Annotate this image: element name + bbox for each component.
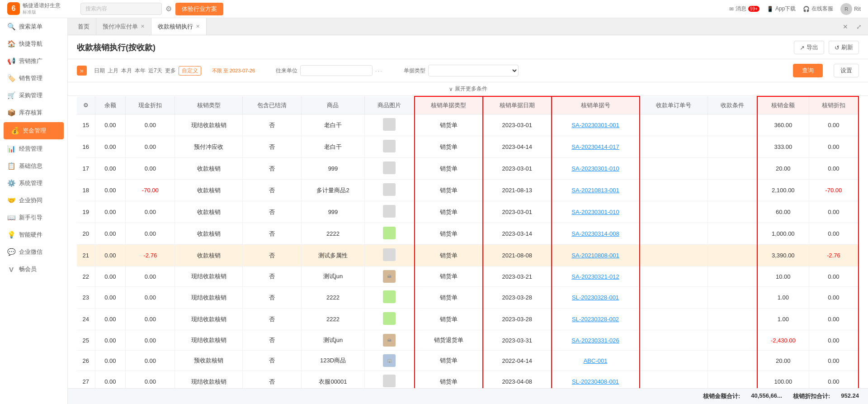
cell-bill-no[interactable]: SA-20230301-001 <box>552 114 640 136</box>
sidebar-item-wechat[interactable]: 💬 企业微信 <box>0 243 67 261</box>
sidebar-item-system[interactable]: ⚙️ 系统管理 <box>0 175 67 192</box>
filter-toggle-btn[interactable]: » <box>77 66 87 76</box>
tab-maximize-btn[interactable]: ⤢ <box>854 21 864 32</box>
cell-bill-no[interactable]: SL-20230328-001 <box>552 287 640 309</box>
cell-bill-no[interactable]: SA-20230321-012 <box>552 266 640 287</box>
cart-icon: 🛒 <box>7 91 15 100</box>
cell-cash-discount: -2.76 <box>126 245 175 266</box>
export-btn[interactable]: ↗ 导出 <box>794 41 824 54</box>
sidebar-item-inventory[interactable]: 📦 库存核算 <box>0 104 67 121</box>
last-month-link[interactable]: 上月 <box>108 67 118 75</box>
online-service-group[interactable]: 🎧 在线客服 <box>803 5 833 13</box>
last-7days-link[interactable]: 近7天 <box>148 67 162 75</box>
industry-btn[interactable]: 体验行业方案 <box>175 3 223 15</box>
cell-bill-no[interactable]: SA-20230301-010 <box>552 201 640 223</box>
sidebar-item-marketing[interactable]: 📢 营销推广 <box>0 52 67 70</box>
sidebar-item-basic[interactable]: 📋 基础信息 <box>0 157 67 175</box>
expand-bar: ∨ 展开更多条件 <box>68 82 868 96</box>
refresh-btn[interactable]: ↺ 刷新 <box>829 41 859 54</box>
tab-home[interactable]: 首页 <box>71 18 96 35</box>
online-service-label: 在线客服 <box>811 5 833 13</box>
cell-bill-no[interactable]: SA-20230331-026 <box>552 330 640 351</box>
cell-include-cleared: 否 <box>243 351 301 371</box>
sidebar-item-vip[interactable]: V 畅会员 <box>0 261 67 278</box>
cell-receipt-condition <box>708 330 757 351</box>
this-month-link[interactable]: 本月 <box>121 67 132 75</box>
export-icon: ↗ <box>800 44 805 51</box>
cell-cancel-type: 现结收款核销 <box>175 287 243 309</box>
user-group: R Rit <box>840 3 861 15</box>
sidebar: 🔍 搜索菜单 🏠 快捷导航 📢 营销推广 🏷️ 销售管理 🛒 采购管理 📦 库存… <box>0 18 68 404</box>
sidebar-item-quick-nav[interactable]: 🏠 快捷导航 <box>0 35 67 52</box>
cell-receipt-condition <box>708 266 757 287</box>
cell-receipt-condition <box>708 287 757 309</box>
col-settings[interactable]: ⚙ <box>77 96 95 114</box>
vip-icon: V <box>7 266 15 273</box>
col-balance: 余额 <box>95 96 126 114</box>
cell-receipt-condition <box>708 158 757 180</box>
cell-cancel-discount: -70.00 <box>809 180 859 201</box>
cell-balance: 0.00 <box>95 330 126 351</box>
tab-prepay[interactable]: 预付冲应付单 ✕ <box>96 18 151 35</box>
this-year-link[interactable]: 本年 <box>135 67 146 75</box>
table-row: 20 0.00 0.00 收款核销 否 2222 销货单 2023-03-14 … <box>77 223 859 245</box>
cell-product-image: 🏔 <box>365 266 415 287</box>
settings-icon[interactable]: ⚙ <box>165 5 172 13</box>
box-icon: 📦 <box>7 109 15 117</box>
cell-bill-type: 销货单 <box>415 287 483 309</box>
table-row: 27 0.00 0.00 现结收款核销 否 衣服00001 销货单 2023-0… <box>77 371 859 389</box>
cell-cancel-type: 收款核销 <box>175 223 243 245</box>
col-bill-type: 核销单据类型 <box>415 96 483 114</box>
partner-input[interactable] <box>300 65 373 76</box>
cell-bill-no[interactable]: SA-20210808-001 <box>552 245 640 266</box>
cell-receipt-order-no <box>640 223 708 245</box>
custom-date-btn[interactable]: 自定义 <box>179 66 201 76</box>
sidebar-item-corp[interactable]: 🤝 企业协同 <box>0 192 67 209</box>
sidebar-item-finance[interactable]: 💰 资金管理 <box>4 122 64 139</box>
tag-icon: 🏷️ <box>7 74 15 82</box>
sidebar-item-search[interactable]: 🔍 搜索菜单 <box>0 18 67 35</box>
cell-bill-no[interactable]: SA-20230301-010 <box>552 158 640 180</box>
tab-prepay-close[interactable]: ✕ <box>141 24 145 29</box>
cell-receipt-order-no <box>640 351 708 371</box>
tab-collection-close[interactable]: ✕ <box>196 24 200 29</box>
expand-link[interactable]: ∨ 展开更多条件 <box>449 85 487 93</box>
col-cash-discount: 现金折扣 <box>126 96 175 114</box>
tab-collection[interactable]: 收款核销执行 ✕ <box>151 18 207 35</box>
table-row: 21 0.00 -2.76 收款核销 否 测试多属性 销货单 2021-08-0… <box>77 245 859 266</box>
cell-bill-no[interactable]: SL-20230408-001 <box>552 371 640 389</box>
sidebar-item-hardware[interactable]: 💡 智能硬件 <box>0 226 67 243</box>
sidebar-item-management[interactable]: 📊 经营管理 <box>0 140 67 157</box>
cell-cash-discount: -70.00 <box>126 180 175 201</box>
cell-balance: 0.00 <box>95 287 126 309</box>
total-amount-label: 核销金额合计: <box>703 392 740 400</box>
cell-cancel-type: 收款核销 <box>175 180 243 201</box>
table-body: 15 0.00 0.00 现结收款核销 否 老白干 销货单 2023-03-01… <box>77 114 859 389</box>
avatar: R <box>840 3 852 15</box>
cell-bill-no[interactable]: SA-20230414-017 <box>552 136 640 158</box>
cell-receipt-condition <box>708 351 757 371</box>
sidebar-item-guide[interactable]: 📖 新手引导 <box>0 209 67 226</box>
tab-close-btn[interactable]: ✕ <box>840 21 851 32</box>
cell-receipt-order-no <box>640 201 708 223</box>
cell-bill-no[interactable]: SA-20210813-001 <box>552 180 640 201</box>
handshake-icon: 🤝 <box>7 196 15 204</box>
app-download-group[interactable]: 📱 App下载 <box>767 5 796 13</box>
cell-bill-no[interactable]: SL-20230328-002 <box>552 309 640 330</box>
search-btn[interactable]: 查询 <box>793 64 823 77</box>
cell-bill-date: 2023-03-21 <box>483 266 552 287</box>
cell-product: 老白干 <box>301 136 365 158</box>
sidebar-item-purchase[interactable]: 🛒 采购管理 <box>0 87 67 104</box>
notification-group[interactable]: ✉ 消息 99+ <box>729 5 760 13</box>
settings-btn[interactable]: 设置 <box>834 64 859 77</box>
data-table: ⚙ 余额 现金折扣 核销类型 包含已结清 商品 商品图片 核销单据类型 核销单据… <box>77 96 859 388</box>
bill-type-select[interactable] <box>428 65 519 76</box>
cell-include-cleared: 否 <box>243 266 301 287</box>
table-row: 17 0.00 0.00 收款核销 否 999 销货单 2023-03-01 S… <box>77 158 859 180</box>
cell-product: 999 <box>301 201 365 223</box>
cell-bill-no[interactable]: ABC-001 <box>552 351 640 371</box>
notification-badge: 99+ <box>748 6 760 12</box>
more-link[interactable]: 更多 <box>165 67 176 75</box>
sidebar-item-sales[interactable]: 🏷️ 销售管理 <box>0 70 67 87</box>
cell-bill-no[interactable]: SA-20230314-008 <box>552 223 640 245</box>
